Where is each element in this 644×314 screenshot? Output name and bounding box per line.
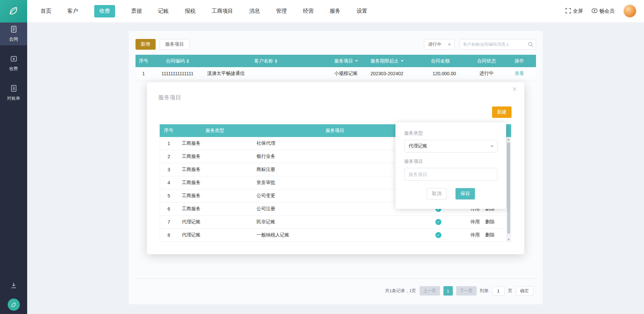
- main-content: 新增 服务项目 进行中 序号: [27, 23, 644, 314]
- nav-item-charging[interactable]: 收费: [94, 5, 115, 17]
- nav-item-bookkeeping[interactable]: 记账: [158, 8, 169, 15]
- toolbar-right: 进行中: [424, 39, 536, 50]
- member-button[interactable]: 畅会员: [592, 8, 614, 14]
- enabled-check-icon[interactable]: [435, 232, 441, 238]
- next-page-button[interactable]: 下一页: [456, 286, 477, 296]
- cell-no: 5: [160, 193, 178, 198]
- page-number-button[interactable]: 1: [443, 286, 453, 296]
- search-input[interactable]: [460, 39, 536, 50]
- pagination: 共1条记录，1页 上一页 1 下一页 到第 页 确定: [136, 278, 536, 304]
- service-item-label: 服务项目: [404, 159, 497, 165]
- cell-no: 4: [160, 180, 178, 185]
- nav-item-home[interactable]: 首页: [41, 8, 51, 15]
- table-row[interactable]: 1 11111111111111 漾濞太平畅捷通信 小规模记账 202303-2…: [136, 67, 536, 80]
- nav-item-management[interactable]: 管理: [276, 8, 287, 15]
- scroll-up-icon[interactable]: ▲: [507, 138, 510, 141]
- column-header-code[interactable]: 合同编码: [152, 58, 203, 64]
- sort-icon[interactable]: [275, 59, 277, 63]
- cell-period: 202303-202402: [364, 71, 411, 76]
- scroll-down-icon[interactable]: ▼: [507, 238, 510, 241]
- cell-type: 工商服务: [178, 140, 253, 146]
- status-filter-select[interactable]: 进行中: [424, 39, 455, 50]
- delete-link[interactable]: 删除: [485, 219, 495, 225]
- sidebar-item-statement[interactable]: 对账单: [0, 82, 27, 104]
- avatar[interactable]: [623, 4, 637, 18]
- sidebar-item-label: 收费: [9, 66, 18, 72]
- nav-item-business-projects[interactable]: 工商项目: [212, 8, 233, 15]
- cell-item: 资质审批: [253, 180, 418, 186]
- sidebar-item-label: 合同: [9, 36, 18, 42]
- view-link[interactable]: 查看: [515, 71, 524, 77]
- new-service-button[interactable]: 新建: [492, 106, 512, 118]
- sort-icon[interactable]: [186, 59, 189, 63]
- confirm-page-button[interactable]: 确定: [516, 286, 533, 296]
- service-type-label: 服务类型: [404, 130, 497, 136]
- add-contract-button[interactable]: 新增: [136, 39, 156, 50]
- nav-item-messages[interactable]: 消息: [249, 8, 260, 15]
- scrollbar-thumb[interactable]: [507, 142, 510, 234]
- save-button[interactable]: 保存: [455, 188, 475, 199]
- service-type-value: 代理记账: [409, 143, 427, 149]
- play-icon: [592, 8, 597, 14]
- modal-title: 服务项目: [158, 94, 181, 101]
- service-type-select[interactable]: 代理记账: [404, 140, 497, 152]
- logo[interactable]: [0, 0, 27, 23]
- nav-item-invoices[interactable]: 票据: [131, 8, 142, 15]
- cell-type: 代理记账: [178, 219, 253, 225]
- nav-item-settings[interactable]: 设置: [357, 8, 367, 15]
- service-row: 7 代理记账 民非记账 停用 删除: [160, 216, 511, 229]
- popover-buttons: 取消 保存: [404, 188, 497, 199]
- filter-caret-icon[interactable]: [401, 60, 404, 62]
- service-items-button[interactable]: 服务项目: [160, 39, 190, 50]
- cell-type: 代理记账: [178, 232, 253, 238]
- record-summary: 共1条记录，1页: [385, 288, 416, 294]
- contract-icon: [10, 26, 17, 34]
- contracts-table: 序号 合同编码 客户名称 服务项目 服务期限起止: [136, 55, 536, 80]
- cell-item: 公司变更: [253, 193, 418, 199]
- contracts-toolbar: 新增 服务项目 进行中: [136, 39, 536, 50]
- disable-link[interactable]: 停用: [471, 219, 480, 225]
- support-icon[interactable]: [8, 299, 20, 311]
- service-items-modal: × 服务项目 新建 序号 服务类型 服务项目 1 工商服务 社保代理 停用: [147, 82, 524, 254]
- disable-link[interactable]: 停用: [471, 232, 480, 238]
- close-icon[interactable]: ×: [512, 85, 517, 93]
- sidebar-item-charge[interactable]: 收费: [0, 52, 27, 75]
- delete-link[interactable]: 删除: [485, 232, 495, 238]
- main-nav: 首页 客户 收费 票据 记账 报税 工商项目 消息 管理 经营 服务 设置: [41, 5, 367, 17]
- cell-no: 6: [160, 206, 178, 212]
- cell-no: 2: [160, 154, 178, 159]
- cell-status: 进行中: [470, 71, 503, 77]
- sidebar-bottom: [0, 282, 27, 314]
- nav-item-tax-filing[interactable]: 报税: [185, 8, 196, 15]
- sidebar-item-contract[interactable]: 合同: [0, 23, 27, 45]
- column-header-actions: 操作: [503, 58, 536, 64]
- cell-item: 一般纳税人记账: [253, 232, 418, 238]
- nav-item-operations[interactable]: 经营: [303, 8, 314, 15]
- search-icon[interactable]: [528, 42, 533, 48]
- member-label: 畅会员: [599, 8, 614, 14]
- column-header-period[interactable]: 服务期限起止: [364, 58, 411, 64]
- topbar: 首页 客户 收费 票据 记账 报税 工商项目 消息 管理 经营 服务 设置 全屏…: [0, 0, 644, 23]
- enabled-check-icon[interactable]: [435, 219, 441, 225]
- cell-customer: 漾濞太平畅捷通信: [203, 71, 329, 77]
- column-header-status: 合同状态: [470, 58, 503, 64]
- topbar-right: 全屏 畅会员: [566, 4, 644, 18]
- column-header-customer[interactable]: 客户名称: [203, 58, 329, 64]
- fullscreen-label: 全屏: [573, 8, 583, 14]
- scrollbar[interactable]: ▲ ▼: [506, 137, 511, 242]
- nav-item-customers[interactable]: 客户: [67, 8, 78, 15]
- prev-page-button[interactable]: 上一页: [420, 286, 440, 296]
- download-icon[interactable]: [10, 282, 17, 290]
- nav-item-services[interactable]: 服务: [330, 8, 340, 15]
- filter-caret-icon[interactable]: [355, 60, 358, 62]
- goto-page-input[interactable]: [492, 286, 505, 296]
- cell-amount: 120,000.00: [411, 71, 470, 76]
- fullscreen-button[interactable]: 全屏: [566, 8, 583, 14]
- column-header-no: 序号: [160, 128, 177, 134]
- column-header-service[interactable]: 服务项目: [329, 58, 364, 64]
- fullscreen-icon: [566, 8, 571, 14]
- cancel-button[interactable]: 取消: [427, 188, 447, 199]
- contracts-table-header: 序号 合同编码 客户名称 服务项目 服务期限起止: [136, 55, 536, 67]
- service-item-input[interactable]: [404, 168, 497, 181]
- service-row: 8 代理记账 一般纳税人记账 停用 删除: [160, 229, 511, 242]
